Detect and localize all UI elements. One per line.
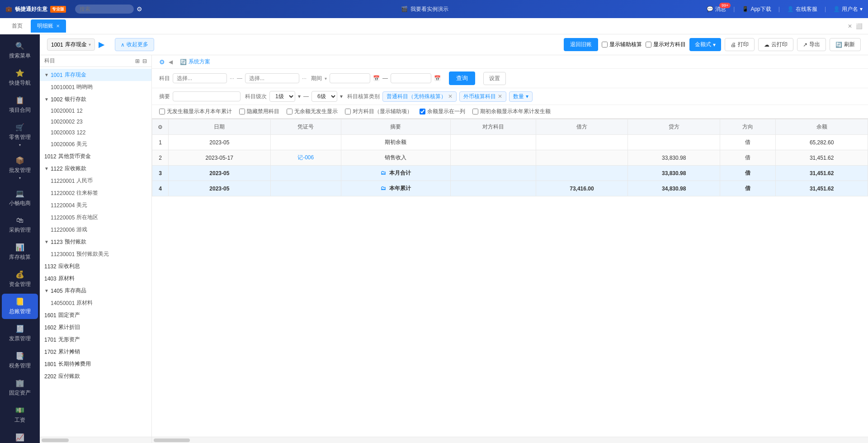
- account-input-2[interactable]: [245, 73, 299, 83]
- account-more-icon-2[interactable]: ···: [302, 75, 307, 81]
- messages-btn[interactable]: 💬 消息 99+: [707, 5, 726, 13]
- current-account-selector[interactable]: 1001 库存现金 ▾: [47, 38, 95, 51]
- tree-item-10010001[interactable]: 10010001 哟哟哟: [40, 81, 151, 93]
- sidebar-item-search[interactable]: 🔍 搜索菜单: [2, 38, 38, 63]
- tab-ledger[interactable]: 明细账 ✕: [31, 19, 66, 33]
- query-btn[interactable]: 查询: [449, 71, 475, 85]
- calendar-icon[interactable]: 📅: [373, 75, 380, 81]
- voucher-link[interactable]: 记-006: [297, 154, 314, 161]
- sidebar-item-project[interactable]: 📋 项目合同: [2, 92, 38, 118]
- sidebar-item-retail[interactable]: 🛒 零售管理 ▾: [2, 119, 38, 151]
- period-end-input[interactable]: 2023-05: [391, 73, 431, 83]
- settings-btn[interactable]: 设置: [483, 72, 506, 85]
- maximize-icon[interactable]: ⬜: [856, 23, 863, 29]
- table-scroll-thumb[interactable]: [154, 438, 190, 442]
- checkbox-period-balance[interactable]: 期初余额显示本年累计发生额: [472, 108, 551, 115]
- tree-item-1132[interactable]: 1132 应收利息: [40, 260, 151, 272]
- tree-item-11220002[interactable]: 11220002 往来标签: [40, 187, 151, 199]
- scheme-selector[interactable]: 🔄 系统方案: [180, 58, 210, 66]
- checkbox-hide-disabled-input[interactable]: [239, 109, 245, 114]
- checkbox-contra-input[interactable]: [345, 109, 351, 114]
- level-to-select[interactable]: 6级5级4级: [311, 91, 337, 102]
- tree-item-1122[interactable]: ▼ 1122 应收账款: [40, 162, 151, 175]
- demo-link[interactable]: 🎬 我要看实例演示: [147, 5, 702, 13]
- account-nav-btn[interactable]: ▶: [99, 40, 104, 49]
- tree-expand-icon[interactable]: ⊞: [135, 58, 140, 64]
- tree-item-1001[interactable]: ▼ 1001 库存现金: [40, 69, 151, 81]
- checkbox-contra[interactable]: 对方科目（显示辅助项）: [345, 108, 412, 115]
- online-service-btn[interactable]: 👤 在线客服: [787, 5, 817, 13]
- tree-item-10020001[interactable]: 10020001 12: [40, 105, 151, 116]
- tree-collapse-icon[interactable]: ⊟: [142, 58, 147, 64]
- cloud-print-btn[interactable]: ☁ 云打印: [758, 38, 793, 51]
- tree-item-1405[interactable]: ▼ 1405 库存商品: [40, 285, 151, 297]
- tree-scroll-thumb[interactable]: [42, 438, 69, 442]
- print-btn[interactable]: 🖨 打印: [725, 38, 755, 51]
- tree-item-10020003[interactable]: 10020003 122: [40, 127, 151, 138]
- tree-item-1601[interactable]: 1601 固定资产: [40, 309, 151, 321]
- tree-item-2202[interactable]: 2202 应付账款: [40, 370, 151, 382]
- show-contra-checkbox[interactable]: 显示对方科目: [646, 41, 686, 48]
- checkbox-balance-one-col[interactable]: 余额显示在一列: [420, 108, 465, 115]
- tree-item-11220001[interactable]: 11220001 人民币: [40, 175, 151, 187]
- sidebar-item-wholesale[interactable]: 📦 批发管理 ▾: [2, 152, 38, 184]
- tree-item-10020002[interactable]: 10020002 23: [40, 116, 151, 127]
- checkbox-no-balance-show[interactable]: 无发生额显示本月本年累计: [159, 108, 232, 115]
- level-from-select[interactable]: 1级2级3级: [269, 91, 295, 102]
- tree-item-1801[interactable]: 1801 长期待摊费用: [40, 358, 151, 370]
- table-scrollbar-h[interactable]: [152, 437, 868, 443]
- show-aux-input[interactable]: [602, 42, 608, 48]
- sidebar-item-ledger[interactable]: 📒 总账管理: [2, 294, 38, 319]
- tree-item-11220005[interactable]: 11220005 所在地区: [40, 211, 151, 224]
- sidebar-item-tax[interactable]: 📑 税务管理: [2, 348, 38, 373]
- tree-item-1012[interactable]: 1012 其他货币资金: [40, 150, 151, 162]
- tab-close-icon[interactable]: ✕: [56, 24, 60, 29]
- summary-input[interactable]: [173, 91, 241, 101]
- sidebar-item-fixed-assets[interactable]: 🏢 固定资产: [2, 375, 38, 400]
- refresh-btn[interactable]: 🔄 刷新: [830, 38, 861, 51]
- sidebar-item-purchase[interactable]: 🛍 采购管理: [2, 213, 38, 238]
- tag-close-icon-2[interactable]: ✕: [498, 93, 502, 100]
- checkbox-no-balance-input[interactable]: [159, 109, 165, 114]
- app-download-btn[interactable]: 📱 App下载: [742, 5, 771, 13]
- tree-item-1123[interactable]: ▼ 1123 预付账款: [40, 236, 151, 248]
- sidebar-item-invoice[interactable]: 🧾 发票管理: [2, 321, 38, 346]
- tree-item-1403[interactable]: 1403 原材料: [40, 272, 151, 285]
- tab-home[interactable]: 首页: [5, 19, 29, 33]
- settings-icon[interactable]: ⚙: [137, 5, 142, 13]
- checkbox-no-balance-hide[interactable]: 无余额无发生显示: [287, 108, 338, 115]
- sidebar-item-salary[interactable]: 💵 工资: [2, 402, 38, 428]
- filter-settings-icon[interactable]: ⚙: [159, 58, 165, 66]
- tree-scrollbar-h[interactable]: [40, 437, 151, 443]
- sidebar-item-finance[interactable]: 💰 资金管理: [2, 267, 38, 292]
- checkbox-period-balance-input[interactable]: [472, 109, 478, 114]
- user-avatar[interactable]: 👤 用户名 ▾: [833, 5, 863, 13]
- collapse-more-btn[interactable]: ∧ 收起更多: [115, 38, 154, 51]
- sidebar-item-ecommerce[interactable]: 💻 小畅电商: [2, 186, 38, 211]
- export-btn[interactable]: ↗ 导出: [797, 38, 826, 51]
- period-start-input[interactable]: 2023-05: [330, 73, 370, 83]
- tree-item-14050001[interactable]: 14050001 原材料: [40, 297, 151, 309]
- tree-item-1701[interactable]: 1701 无形资产: [40, 333, 151, 346]
- col-settings[interactable]: ⚙: [152, 119, 169, 135]
- tag-close-icon[interactable]: ✕: [448, 93, 453, 100]
- close-window-icon[interactable]: ✕: [848, 23, 852, 29]
- currency-mode-btn[interactable]: 金额式 ▾: [689, 38, 721, 51]
- sidebar-item-management[interactable]: 📈 经营管理: [2, 429, 38, 443]
- tree-item-11220006[interactable]: 11220006 游戏: [40, 224, 151, 236]
- tree-item-10020006[interactable]: 10020006 美元: [40, 138, 151, 150]
- account-more-icon[interactable]: ···: [230, 75, 234, 81]
- tree-item-11220004[interactable]: 11220004 美元: [40, 199, 151, 211]
- checkbox-balance-one-col-input[interactable]: [420, 109, 425, 114]
- checkbox-no-balance-hide-input[interactable]: [287, 109, 292, 114]
- tree-item-1602[interactable]: 1602 累计折旧: [40, 321, 151, 333]
- checkbox-hide-disabled[interactable]: 隐藏禁用科目: [239, 108, 279, 115]
- show-aux-checkbox[interactable]: 显示辅助核算: [602, 41, 642, 48]
- calendar-icon-2[interactable]: 📅: [434, 75, 441, 81]
- tree-item-1002[interactable]: ▼ 1002 银行存款: [40, 93, 151, 105]
- sidebar-item-inventory[interactable]: 📊 库存核算: [2, 239, 38, 265]
- show-contra-input[interactable]: [646, 42, 651, 48]
- top-search-input[interactable]: [75, 5, 134, 14]
- account-input[interactable]: [173, 73, 227, 83]
- tree-item-11230001[interactable]: 11230001 预付账款美元: [40, 248, 151, 260]
